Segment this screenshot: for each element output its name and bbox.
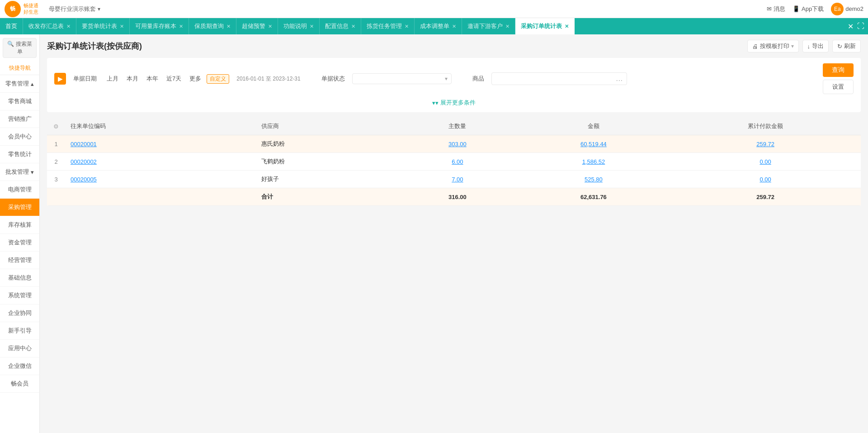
- tab-yaohuo[interactable]: 要货单统计表 ✕: [76, 18, 130, 34]
- row-amount-2[interactable]: 1,586.52: [517, 153, 670, 171]
- chevron-down-icon: ▾: [98, 6, 100, 12]
- workspace-selector[interactable]: 母婴行业演示账套 ▾: [49, 5, 762, 13]
- tab-gongneng-close[interactable]: ✕: [310, 24, 314, 29]
- sidebar-item-lingshouguan[interactable]: 零售管理 ▴: [0, 75, 39, 93]
- message-button[interactable]: ✉ 消息: [767, 5, 785, 13]
- column-code: 往来单位编码: [65, 118, 256, 135]
- refresh-button[interactable]: ↻ 刷新: [832, 40, 861, 52]
- tab-pihuo-close[interactable]: ✕: [405, 24, 409, 29]
- sidebar-item-yingyong[interactable]: 应用中心: [0, 340, 39, 357]
- status-filter-label: 单据状态: [321, 75, 345, 83]
- table-header-row: ⚙ 往来单位编码 供应商 主数量 金额 累计付款金额: [47, 118, 861, 135]
- tab-yaohuo-label: 要货单统计表: [82, 22, 117, 30]
- status-select[interactable]: ▾: [352, 73, 452, 84]
- column-settings[interactable]: ⚙: [47, 118, 65, 135]
- custom-date-tag[interactable]: 自定义: [207, 74, 229, 84]
- tab-keyong[interactable]: 可用量库存账本 ✕: [130, 18, 189, 34]
- sidebar-item-caigou[interactable]: 采购管理: [0, 199, 39, 216]
- print-button[interactable]: 🖨 按模板打印 ▾: [747, 40, 799, 52]
- search-menu-button[interactable]: 🔍 搜索菜单: [3, 38, 37, 58]
- row-supplier-1: 惠氏奶粉: [256, 135, 398, 153]
- column-amount: 金额: [517, 118, 670, 135]
- query-button[interactable]: 查询: [823, 63, 854, 77]
- main-layout: 🔍 搜索菜单 快捷导航 零售管理 ▴ 零售商城 营销推广 会员中心 零售统计 批…: [0, 34, 868, 433]
- page-title: 采购订单统计表(按供应商): [47, 41, 142, 52]
- sidebar-item-xitong[interactable]: 系统管理: [0, 287, 39, 305]
- tab-caigou[interactable]: 采购订单统计表 ✕: [515, 18, 575, 34]
- row-supplier-2: 飞鹤奶粉: [256, 153, 398, 171]
- row-paid-1[interactable]: 259.72: [670, 135, 861, 153]
- date-opt-more[interactable]: 更多: [187, 74, 204, 84]
- expand-conditions-button[interactable]: ▾▾ 展开更多条件: [432, 99, 476, 107]
- date-opt-this-month[interactable]: 本月: [124, 74, 141, 84]
- date-opt-last-month[interactable]: 上月: [104, 74, 121, 84]
- sidebar-quick-nav[interactable]: 快捷导航: [0, 62, 39, 75]
- row-code-2[interactable]: 00020002: [65, 153, 256, 171]
- row-index-2: 2: [47, 153, 65, 171]
- date-opt-this-year[interactable]: 本年: [144, 74, 161, 84]
- filter-toggle-button[interactable]: ▶: [54, 73, 66, 85]
- tab-keyong-close[interactable]: ✕: [179, 24, 183, 29]
- sidebar-item-qiyexietong[interactable]: 企业协同: [0, 305, 39, 322]
- sidebar-item-yingxiao[interactable]: 营销推广: [0, 110, 39, 128]
- row-paid-2[interactable]: 0.00: [670, 153, 861, 171]
- avatar-icon: Ea: [831, 3, 844, 15]
- tab-yaohuo-close[interactable]: ✕: [120, 24, 124, 29]
- logo-area: 畅 畅捷通 好生意: [5, 1, 44, 17]
- sidebar-item-pifa[interactable]: 批发管理 ▾: [0, 163, 39, 181]
- tab-baozhi[interactable]: 保质期查询 ✕: [189, 18, 236, 34]
- goods-select[interactable]: …: [491, 72, 627, 85]
- sidebar-item-lingshoushangcheng[interactable]: 零售商城: [0, 93, 39, 110]
- footer-paid: 259.72: [670, 188, 861, 206]
- tab-chaochuo-label: 超储预警: [242, 22, 265, 30]
- tab-yaoqing-close[interactable]: ✕: [505, 24, 509, 29]
- tab-caigou-close[interactable]: ✕: [565, 24, 569, 29]
- data-table: ⚙ 往来单位编码 供应商 主数量 金额 累计付款金额 1 00020001 惠氏: [47, 118, 861, 206]
- chevron-icon: ▴: [31, 81, 34, 87]
- row-paid-3[interactable]: 0.00: [670, 171, 861, 188]
- sidebar-item-jichu[interactable]: 基础信息: [0, 269, 39, 287]
- sidebar-item-dianshangg[interactable]: 电商管理: [0, 181, 39, 199]
- sidebar-item-huiyuan[interactable]: 会员中心: [0, 128, 39, 146]
- row-amount-3[interactable]: 525.80: [517, 171, 670, 188]
- user-avatar[interactable]: Ea demo2: [831, 3, 863, 15]
- row-qty-1[interactable]: 303.00: [398, 135, 517, 153]
- row-amount-1[interactable]: 60,519.44: [517, 135, 670, 153]
- tab-yaoqing[interactable]: 邀请下游客户 ✕: [462, 18, 515, 34]
- tab-peizhi-close[interactable]: ✕: [351, 24, 355, 29]
- tab-shoufa-close[interactable]: ✕: [66, 24, 71, 29]
- settings-button[interactable]: 设置: [823, 80, 854, 94]
- sidebar-item-jingying[interactable]: 经营管理: [0, 252, 39, 269]
- logo-text: 畅捷通 好生意: [24, 3, 38, 14]
- row-qty-2[interactable]: 6.00: [398, 153, 517, 171]
- sidebar-item-zijin[interactable]: 资金管理: [0, 234, 39, 252]
- app-download-button[interactable]: 📱 App下载: [793, 5, 824, 13]
- message-icon: ✉: [767, 5, 772, 12]
- refresh-icon: ↻: [837, 43, 842, 50]
- sidebar-item-xinshou[interactable]: 新手引导: [0, 322, 39, 340]
- sidebar-item-lingshoutongji[interactable]: 零售统计: [0, 146, 39, 163]
- row-code-3[interactable]: 00020005: [65, 171, 256, 188]
- tab-close-all-button[interactable]: ✕: [848, 22, 854, 31]
- tab-shoufa[interactable]: 收发存汇总表 ✕: [23, 18, 76, 34]
- tab-keyong-label: 可用量库存账本: [135, 22, 176, 30]
- tab-chengben[interactable]: 成本调整单 ✕: [415, 18, 462, 34]
- tab-pihuo[interactable]: 拣货任务管理 ✕: [361, 18, 415, 34]
- tab-home[interactable]: 首页: [0, 18, 23, 34]
- date-opt-7days[interactable]: 近7天: [164, 74, 184, 84]
- tab-chaochuo[interactable]: 超储预警 ✕: [236, 18, 278, 34]
- tab-chengben-close[interactable]: ✕: [452, 24, 456, 29]
- row-qty-3[interactable]: 7.00: [398, 171, 517, 188]
- tab-peizhi[interactable]: 配置信息 ✕: [320, 18, 361, 34]
- tab-gongneng[interactable]: 功能说明 ✕: [278, 18, 320, 34]
- tab-chaochuo-close[interactable]: ✕: [268, 24, 272, 29]
- tab-home-label: 首页: [5, 22, 17, 30]
- sidebar-item-kucun[interactable]: 库存核算: [0, 216, 39, 234]
- content-area: 采购订单统计表(按供应商) 🖨 按模板打印 ▾ ↓ 导出 ↻ 刷新: [40, 34, 868, 433]
- export-button[interactable]: ↓ 导出: [802, 40, 829, 52]
- tab-maximize-button[interactable]: ⛶: [857, 22, 864, 30]
- tab-baozhi-close[interactable]: ✕: [226, 24, 231, 29]
- sidebar-item-qiyeweixin[interactable]: 企业微信: [0, 357, 39, 375]
- row-code-1[interactable]: 00020001: [65, 135, 256, 153]
- sidebar-item-changhui[interactable]: 畅会员: [0, 375, 39, 393]
